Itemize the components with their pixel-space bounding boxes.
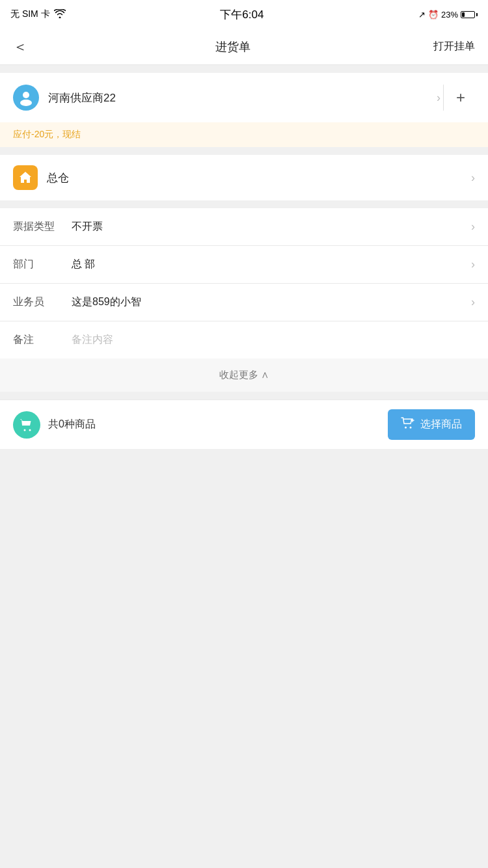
bottom-bar: 共0种商品 选择商品 (0, 400, 488, 449)
status-left: 无 SIM 卡 (10, 8, 66, 20)
warehouse-icon (13, 165, 38, 190)
salesperson-label: 业务员 (13, 295, 72, 309)
svg-point-0 (23, 92, 29, 98)
cart-icon-wrap (13, 411, 40, 439)
svg-point-2 (24, 429, 26, 431)
wifi-icon (54, 9, 66, 20)
select-product-label: 选择商品 (420, 418, 462, 431)
svg-point-4 (405, 427, 407, 429)
invoice-type-value: 不开票 (72, 220, 466, 234)
form-card: 票据类型 不开票 › 部门 总 部 › 业务员 这是859的小智 › 备注 备注… (0, 208, 488, 359)
plus-icon: + (456, 88, 465, 107)
gap-4 (0, 392, 488, 400)
department-row[interactable]: 部门 总 部 › (0, 246, 488, 283)
svg-point-3 (29, 429, 31, 431)
supplier-card: 河南供应商22 › + 应付-20元，现结 (0, 73, 488, 147)
salesperson-chevron-icon: › (471, 295, 475, 309)
back-button[interactable]: ＜ (8, 32, 33, 62)
department-chevron-icon: › (471, 258, 475, 271)
nav-bar: ＜ 进货单 打开挂单 (0, 29, 488, 65)
remark-input[interactable]: 备注内容 (72, 333, 475, 347)
supplier-name: 河南供应商22 (48, 90, 431, 105)
collapse-label: 收起更多 ∧ (219, 369, 269, 381)
warehouse-chevron-icon: › (471, 171, 475, 185)
gap-1 (0, 65, 488, 73)
remark-label: 备注 (13, 333, 72, 347)
remark-row[interactable]: 备注 备注内容 (0, 321, 488, 359)
status-time: 下午6:04 (220, 7, 264, 22)
supplier-divider (443, 85, 444, 111)
salesperson-row[interactable]: 业务员 这是859的小智 › (0, 284, 488, 321)
select-product-button[interactable]: 选择商品 (388, 409, 475, 440)
department-label: 部门 (13, 258, 72, 271)
carrier-label: 无 SIM 卡 (10, 8, 50, 20)
collapse-button[interactable]: 收起更多 ∧ (0, 359, 488, 392)
gap-2 (0, 147, 488, 155)
page-title: 进货单 (215, 39, 251, 55)
status-bar: 无 SIM 卡 下午6:04 ↗ ⏰ 23% (0, 0, 488, 29)
svg-point-5 (410, 427, 412, 429)
notice-bar: 应付-20元，现结 (0, 122, 488, 147)
add-supplier-button[interactable]: + (446, 83, 475, 112)
gap-3 (0, 200, 488, 208)
product-count: 共0种商品 (48, 418, 388, 431)
location-icon: ↗ (418, 10, 426, 20)
open-pending-button[interactable]: 打开挂单 (433, 40, 475, 53)
svg-point-1 (20, 100, 32, 106)
warehouse-card: 总仓 › (0, 155, 488, 200)
remaining-space (0, 449, 488, 644)
warehouse-row[interactable]: 总仓 › (0, 155, 488, 200)
alarm-icon: ⏰ (428, 10, 439, 20)
warehouse-name: 总仓 (47, 170, 466, 185)
department-value: 总 部 (72, 258, 466, 271)
select-product-icon (401, 417, 415, 432)
invoice-type-chevron-icon: › (471, 220, 475, 234)
battery-percent: 23% (441, 10, 458, 20)
invoice-type-row[interactable]: 票据类型 不开票 › (0, 208, 488, 245)
supplier-avatar (13, 85, 39, 111)
salesperson-value: 这是859的小智 (72, 295, 466, 309)
status-right: ↗ ⏰ 23% (418, 10, 478, 20)
supplier-row[interactable]: 河南供应商22 › + (0, 73, 488, 122)
invoice-type-label: 票据类型 (13, 220, 72, 234)
supplier-chevron-icon: › (437, 91, 441, 105)
notice-text: 应付-20元，现结 (13, 129, 81, 139)
battery-icon (461, 11, 478, 18)
